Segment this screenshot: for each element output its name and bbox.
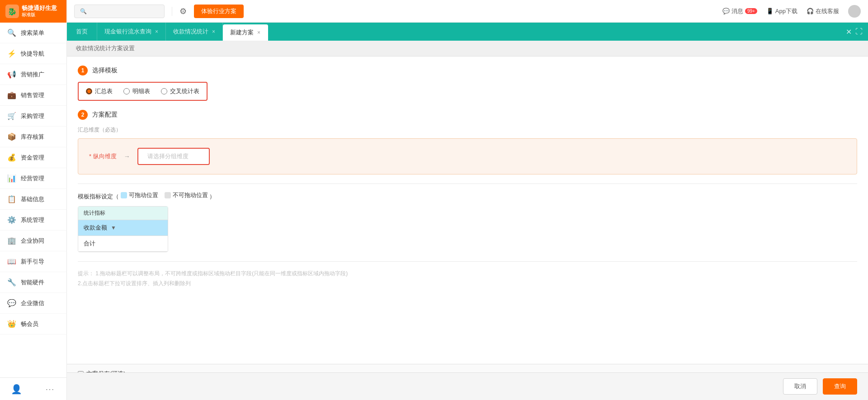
tab-home[interactable]: 首页	[67, 23, 97, 41]
tab-bar: 首页 现金银行流水查询 × 收款情况统计 × 新建方案 × ✕ ⛶	[67, 23, 868, 41]
sidebar-item-label: 库存核算	[21, 133, 44, 141]
sidebar-bottom-right[interactable]: ⋯	[33, 378, 67, 400]
tips-section: 提示： 1.拖动标题栏可以调整布局，不可跨维度或指标区域拖动栏目字段(只能在同一…	[78, 261, 857, 288]
step1-title: 选择模板	[92, 66, 118, 75]
radio-detail-input[interactable]	[123, 88, 130, 94]
action-bar: 取消 查询	[67, 372, 868, 400]
stats-table: 统计指标 收款金额 ▼ 合计	[78, 206, 168, 252]
template-selector: 汇总表 明细表 交叉统计表	[78, 82, 208, 101]
sidebar-item-wechat[interactable]: 💬 企业微信	[0, 293, 66, 314]
step1-header: 1 选择模板	[78, 66, 857, 75]
vertical-dimension-label: * 纵向维度	[89, 152, 117, 160]
sidebar-item-marketing[interactable]: 📢 营销推广	[0, 64, 66, 85]
sidebar-item-guide[interactable]: 📖 新手引导	[0, 251, 66, 272]
step2-number: 2	[78, 110, 88, 120]
service-item[interactable]: 🎧 在线客服	[807, 7, 839, 15]
system-icon: ⚙️	[7, 216, 16, 224]
sidebar-item-quicknav[interactable]: ⚡ 快捷导航	[0, 43, 66, 64]
purchase-icon: 🛒	[7, 112, 16, 120]
form-body: 1 选择模板 汇总表 明细表 交叉统计表	[67, 56, 868, 364]
tab-receipt-stats[interactable]: 收款情况统计 ×	[166, 23, 223, 41]
user-avatar[interactable]	[848, 5, 861, 18]
sidebar-item-vip[interactable]: 👑 畅会员	[0, 314, 66, 334]
message-badge: 99+	[745, 8, 757, 14]
stats-amount-dropdown-icon[interactable]: ▼	[111, 225, 116, 231]
radio-summary-input[interactable]	[86, 88, 92, 94]
content-area: 收款情况统计方案设置 1 选择模板 汇总表 明细表	[67, 41, 868, 372]
business-icon: 📊	[7, 174, 16, 183]
sidebar-item-label: 新手引导	[21, 258, 44, 266]
sidebar-item-label: 智能硬件	[21, 278, 44, 287]
sidebar-item-basic-info[interactable]: 📋 基础信息	[0, 189, 66, 210]
basic-info-icon: 📋	[7, 195, 16, 203]
stats-amount-cell[interactable]: 收款金额 ▼	[78, 220, 168, 236]
sidebar-item-sales[interactable]: 💼 销售管理	[0, 85, 66, 106]
sidebar-item-search[interactable]: 🔍 搜索菜单	[0, 23, 66, 43]
download-icon: 📱	[766, 8, 774, 14]
app-logo: 🐉 畅捷通好生意 标准版	[0, 0, 66, 23]
tab-home-label: 首页	[76, 28, 88, 36]
trial-button[interactable]: 体验行业方案	[194, 5, 244, 18]
sidebar-item-inventory[interactable]: 📦 库存核算	[0, 127, 66, 147]
message-item[interactable]: 💬 消息 99+	[722, 7, 757, 15]
sidebar-item-system[interactable]: ⚙️ 系统管理	[0, 210, 66, 231]
tab-new-plan-close[interactable]: ×	[257, 30, 260, 35]
dimension-title-text: 汇总维度（必选）	[78, 127, 121, 133]
cancel-button[interactable]: 取消	[783, 378, 817, 395]
stats-total-label: 合计	[84, 240, 95, 247]
hardware-icon: 🔧	[7, 278, 16, 287]
settings-icon[interactable]: ⚙	[179, 6, 187, 16]
sidebar-bottom-left[interactable]: 👤	[0, 378, 33, 400]
step2-section: 2 方案配置 汇总维度（必选） * 纵向维度 → 请选择分组维度	[78, 110, 857, 288]
tab-cashflow-close[interactable]: ×	[155, 29, 158, 34]
metrics-section: 模板指标设定（ 可拖动位置 不可拖动位置 ） 统计指标	[78, 184, 857, 252]
metrics-title: 模板指标设定（ 可拖动位置 不可拖动位置 ）	[78, 191, 215, 201]
search-bar[interactable]: 🔍	[74, 5, 165, 18]
stats-amount-label: 收款金额	[84, 224, 107, 232]
sidebar-item-purchase[interactable]: 🛒 采购管理	[0, 106, 66, 127]
dimension-select[interactable]: 请选择分组维度	[137, 148, 210, 165]
sidebar-item-label: 采购管理	[21, 112, 44, 120]
sidebar-item-label: 营销推广	[21, 71, 44, 79]
sidebar-item-enterprise[interactable]: 🏢 企业协同	[0, 231, 66, 251]
service-label: 在线客服	[816, 7, 839, 15]
dimension-select-placeholder: 请选择分组维度	[147, 153, 189, 160]
tab-receipt-close[interactable]: ×	[212, 29, 215, 34]
page-header: 收款情况统计方案设置	[67, 41, 868, 56]
guide-icon: 📖	[7, 257, 16, 266]
sidebar-item-label: 快捷导航	[21, 50, 44, 58]
window-expand-icon[interactable]: ⛶	[855, 28, 863, 36]
stats-header: 统计指标	[78, 207, 168, 220]
message-icon: 💬	[722, 8, 730, 14]
finance-icon: 💰	[7, 153, 16, 162]
dimension-row: * 纵向维度 → 请选择分组维度	[89, 148, 846, 165]
marketing-icon: 📢	[7, 70, 16, 79]
topbar: 🔍 ⚙ 体验行业方案 💬 消息 99+ 📱 App下载 🎧 在线客服	[67, 0, 868, 23]
tab-receipt-stats-label: 收款情况统计	[173, 28, 208, 36]
sales-icon: 💼	[7, 91, 16, 99]
radio-summary[interactable]: 汇总表	[86, 87, 113, 95]
search-icon: 🔍	[80, 8, 87, 14]
radio-cross-input[interactable]	[161, 88, 167, 94]
sidebar-item-hardware[interactable]: 🔧 智能硬件	[0, 272, 66, 293]
query-button[interactable]: 查询	[823, 378, 857, 395]
window-close-icon[interactable]: ✕	[846, 28, 852, 36]
radio-detail[interactable]: 明细表	[123, 87, 150, 95]
sidebar-item-label: 系统管理	[21, 216, 44, 224]
tab-cashflow[interactable]: 现金银行流水查询 ×	[97, 23, 166, 41]
sidebar-item-label: 企业协同	[21, 237, 44, 245]
sidebar-item-business[interactable]: 📊 经营管理	[0, 168, 66, 189]
message-label: 消息	[731, 7, 743, 15]
enterprise-icon: 🏢	[7, 236, 16, 245]
logo-text-group: 畅捷通好生意 标准版	[22, 5, 57, 18]
wechat-icon: 💬	[7, 299, 16, 307]
sidebar-item-finance[interactable]: 💰 资金管理	[0, 147, 66, 168]
step2-title: 方案配置	[92, 111, 118, 119]
page-title: 收款情况统计方案设置	[76, 45, 135, 52]
inventory-icon: 📦	[7, 132, 16, 141]
search-icon: 🔍	[7, 28, 16, 37]
download-item[interactable]: 📱 App下载	[766, 7, 797, 15]
radio-cross[interactable]: 交叉统计表	[161, 87, 199, 95]
radio-detail-label: 明细表	[132, 87, 150, 95]
tab-new-plan[interactable]: 新建方案 ×	[223, 24, 268, 41]
